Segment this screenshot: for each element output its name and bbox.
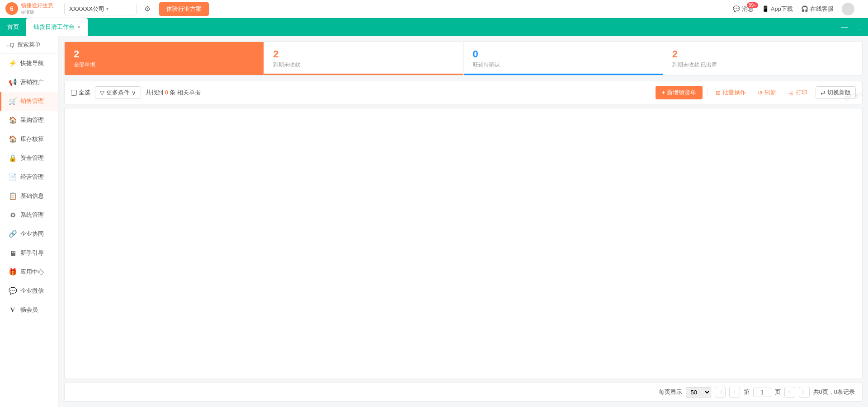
toolbar-divider bbox=[707, 89, 708, 96]
sidebar-item-app-center[interactable]: 🎁 应用中心 bbox=[0, 262, 58, 281]
select-all-input[interactable] bbox=[71, 90, 77, 96]
related-label: 相关单据 bbox=[177, 89, 201, 96]
batch-label: 批量操作 bbox=[722, 89, 746, 97]
stat-card-all[interactable]: 2 全部单据 bbox=[65, 42, 264, 75]
new-sales-order-button[interactable]: + 新增销货单 bbox=[656, 86, 703, 99]
tab-home[interactable]: 首页 bbox=[0, 18, 26, 36]
purchase-icon: 🏠 bbox=[9, 116, 17, 124]
sidebar-item-label: 基础信息 bbox=[20, 192, 44, 200]
stat-number-overdue-not-shipped: 2 bbox=[672, 48, 853, 60]
search-menu-button[interactable]: ≡Q 搜索菜单 bbox=[0, 36, 58, 54]
nav-tabs: 首页 钱货日清工作台 × — □ bbox=[0, 18, 868, 36]
switch-label: 切换新版 bbox=[827, 89, 851, 97]
online-service-label: 在线客服 bbox=[810, 5, 834, 13]
switch-version-button[interactable]: ⇄ 切换新版 bbox=[816, 86, 856, 99]
tab-active[interactable]: 钱货日清工作台 × bbox=[26, 18, 88, 36]
app-center-icon: 🎁 bbox=[9, 268, 17, 276]
sidebar-item-enterprise-wechat[interactable]: 💬 企业微信 bbox=[0, 281, 58, 300]
company-selector[interactable]: XXXXXX公司 ▾ bbox=[64, 3, 137, 15]
stats-row: 2 全部单据 2 到期未收款 0 旺铺待确认 2 到期未收款 已出库 bbox=[64, 42, 863, 75]
enterprise-wechat-icon: 💬 bbox=[9, 287, 17, 295]
print-button[interactable]: 🖨 打印 bbox=[784, 87, 811, 98]
page-label: 第 bbox=[744, 388, 750, 396]
message-button[interactable]: 💬 消息 99+ bbox=[733, 5, 754, 13]
search-icon: ≡Q bbox=[6, 42, 14, 48]
table-area bbox=[64, 108, 863, 379]
stat-card-pending-confirm[interactable]: 0 旺铺待确认 bbox=[464, 42, 663, 75]
tab-maximize-button[interactable]: □ bbox=[854, 22, 864, 33]
refresh-icon: ↺ bbox=[758, 89, 763, 96]
next-page-button[interactable]: › bbox=[784, 387, 795, 398]
select-all-checkbox[interactable]: 全选 bbox=[71, 89, 90, 97]
stat-card-overdue-unpaid[interactable]: 2 到期未收款 bbox=[264, 42, 463, 75]
stat-label-overdue-not-shipped: 到期未收款 已出库 bbox=[672, 61, 853, 69]
search-menu-label: 搜索菜单 bbox=[17, 41, 41, 49]
sidebar-item-label: 资金管理 bbox=[20, 154, 44, 162]
page-content: 2 全部单据 2 到期未收款 0 旺铺待确认 2 到期未收款 已出库 bbox=[59, 36, 868, 407]
header-right: 💬 消息 99+ 📱 App下载 🎧 在线客服 bbox=[733, 3, 863, 15]
app-download-label: App下载 bbox=[771, 5, 793, 13]
enterprise-coop-icon: 🔗 bbox=[9, 230, 17, 238]
online-service-icon: 🎧 bbox=[801, 5, 808, 12]
table-empty bbox=[65, 108, 862, 379]
sidebar-item-marketing[interactable]: 📢 营销推广 bbox=[0, 73, 58, 92]
sidebar: ≡Q 搜索菜单 ⚡ 快捷导航 📢 营销推广 🛒 销售管理 🏠 采购管理 🏠 库存… bbox=[0, 36, 59, 407]
stat-card-overdue-not-shipped[interactable]: 2 到期未收款 已出库 bbox=[663, 42, 862, 75]
sidebar-item-quick-nav[interactable]: ⚡ 快捷导航 bbox=[0, 54, 58, 73]
stat-label-overdue-unpaid: 到期未收款 bbox=[273, 61, 454, 69]
app-download-button[interactable]: 📱 App下载 bbox=[762, 5, 793, 13]
system-mgmt-icon: ⚙ bbox=[9, 211, 17, 219]
batch-operation-button[interactable]: ⊞ 批量操作 bbox=[712, 87, 750, 98]
sidebar-item-system-mgmt[interactable]: ⚙ 系统管理 bbox=[0, 206, 58, 225]
nav-tabs-controls: — □ bbox=[839, 22, 868, 33]
quick-nav-icon: ⚡ bbox=[9, 59, 17, 67]
page-label-suffix: 页 bbox=[775, 388, 781, 396]
sidebar-item-sales-mgmt[interactable]: 🛒 销售管理 bbox=[0, 92, 58, 111]
sidebar-item-inventory[interactable]: 🏠 库存核算 bbox=[0, 130, 58, 149]
tab-active-label: 钱货日清工作台 bbox=[33, 23, 75, 31]
sidebar-item-label: 库存核算 bbox=[20, 135, 44, 143]
refresh-button[interactable]: ↺ 刷新 bbox=[754, 87, 780, 98]
last-page-button[interactable]: 》 bbox=[799, 387, 810, 398]
first-page-button[interactable]: 《 bbox=[715, 387, 726, 398]
top-header: 6 畅捷通好生意 标准版 XXXXXX公司 ▾ ⚙ 体验行业方案 💬 消息 99… bbox=[0, 0, 868, 18]
company-name: XXXXXX公司 bbox=[69, 5, 104, 13]
filter-label: 更多条件 bbox=[106, 89, 130, 97]
sidebar-item-operations[interactable]: 📄 经营管理 bbox=[0, 168, 58, 187]
per-page-select[interactable]: 10 20 50 100 bbox=[686, 387, 711, 398]
basic-info-icon: 📋 bbox=[9, 192, 17, 200]
switch-icon: ⇄ bbox=[821, 89, 826, 96]
logo-icon: 6 bbox=[5, 2, 18, 15]
toolbar-left: 全选 ▽ 更多条件 ∨ 共找到 0 条 相关单据 bbox=[71, 86, 650, 99]
sidebar-item-member[interactable]: V 畅会员 bbox=[0, 300, 58, 319]
sidebar-item-basic-info[interactable]: 📋 基础信息 bbox=[0, 187, 58, 206]
logo-text: 畅捷通好生意 bbox=[21, 2, 53, 9]
sidebar-item-label: 销售管理 bbox=[20, 97, 44, 105]
filter-button[interactable]: ▽ 更多条件 ∨ bbox=[95, 86, 141, 99]
settings-button[interactable]: ⚙ bbox=[141, 3, 154, 15]
pagination-bar: 每页显示 10 20 50 100 《 ‹ 第 页 › 》 共0页，0条记录 bbox=[64, 383, 863, 402]
sidebar-item-newbie-guide[interactable]: 🖥 新手引导 bbox=[0, 243, 58, 262]
online-service-button[interactable]: 🎧 在线客服 bbox=[801, 5, 834, 13]
sidebar-item-purchase-mgmt[interactable]: 🏠 采购管理 bbox=[0, 111, 58, 130]
sidebar-item-enterprise-coop[interactable]: 🔗 企业协同 bbox=[0, 225, 58, 243]
total-info: 共0页，0条记录 bbox=[813, 388, 855, 396]
page-number-input[interactable] bbox=[753, 388, 771, 397]
found-text: 共找到 0 条 相关单据 bbox=[146, 89, 201, 97]
sidebar-item-label: 营销推广 bbox=[20, 78, 44, 86]
tab-close-icon[interactable]: × bbox=[77, 24, 80, 30]
inventory-icon: 🏠 bbox=[9, 135, 17, 143]
print-label: 打印 bbox=[796, 89, 807, 97]
member-icon: V bbox=[9, 306, 17, 314]
sidebar-item-label: 快捷导航 bbox=[20, 59, 44, 67]
logo-area: 6 畅捷通好生意 标准版 bbox=[5, 2, 64, 15]
main-content: 2 全部单据 2 到期未收款 0 旺铺待确认 2 到期未收款 已出库 bbox=[59, 36, 868, 407]
avatar[interactable] bbox=[842, 3, 854, 15]
sidebar-item-label: 畅会员 bbox=[20, 306, 38, 314]
prev-page-button[interactable]: ‹ bbox=[729, 387, 740, 398]
sidebar-item-label: 系统管理 bbox=[20, 211, 44, 219]
stat-label-pending-confirm: 旺铺待确认 bbox=[473, 61, 654, 69]
tab-minimize-button[interactable]: — bbox=[839, 22, 850, 33]
sidebar-item-finance[interactable]: 🔒 资金管理 bbox=[0, 149, 58, 168]
trial-button[interactable]: 体验行业方案 bbox=[159, 2, 209, 16]
